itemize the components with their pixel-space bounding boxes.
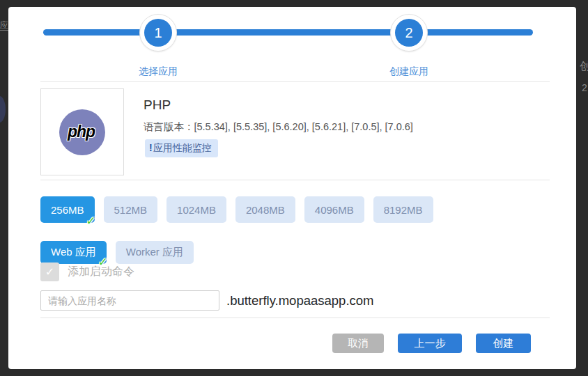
php-logo-icon: php (59, 109, 105, 155)
php-app-card: php (40, 88, 124, 175)
app-type-label: Worker 应用 (126, 246, 183, 258)
background-fragment-number: 2 (582, 82, 588, 94)
background-logo-fragment (0, 96, 6, 123)
check-icon: ✓ (86, 214, 95, 228)
app-name-input[interactable] (40, 290, 219, 311)
app-type-option-row: Web 应用 ✓ Worker 应用 (40, 241, 194, 264)
performance-monitor-badge[interactable]: !应用性能监控 (145, 139, 218, 157)
memory-option-8192mb[interactable]: 8192MB (373, 196, 433, 223)
memory-option-1024mb[interactable]: 1024MB (167, 196, 226, 223)
memory-option-512mb[interactable]: 512MB (104, 196, 158, 223)
divider (40, 81, 550, 82)
start-command-label: 添加启动命令 (68, 265, 134, 279)
dialog-footer: 取消 上一步 创建 (8, 334, 576, 353)
performance-monitor-label: 应用性能监控 (153, 142, 212, 153)
step-2-indicator[interactable]: 2 (390, 14, 428, 52)
app-type-web-button[interactable]: Web 应用 ✓ (40, 241, 107, 264)
divider (40, 180, 550, 180)
cancel-button[interactable]: 取消 (332, 334, 384, 353)
memory-option-4096mb[interactable]: 4096MB (304, 196, 364, 223)
app-title: PHP (144, 97, 171, 113)
stepper-progress-bar (43, 29, 533, 36)
previous-step-button[interactable]: 上一步 (398, 334, 462, 353)
step-1-indicator[interactable]: 1 (139, 14, 177, 52)
app-versions: 语言版本：[5.5.34], [5.5.35], [5.6.20], [5.6.… (144, 120, 413, 134)
memory-option-256mb[interactable]: 256MB ✓ (40, 196, 95, 223)
stepper: 1 2 选择应用 创建应用 (8, 7, 576, 81)
app-type-label: Web 应用 (51, 246, 96, 258)
domain-suffix: .butterfly.mopaasapp.com (226, 293, 374, 308)
step-1-number: 1 (144, 19, 172, 47)
background-fragment-text: 应 (0, 19, 8, 31)
memory-option-row: 256MB ✓ 512MB 1024MB 2048MB 4096MB 8192M… (40, 196, 433, 223)
memory-option-label: 256MB (51, 204, 84, 216)
start-command-checkbox[interactable]: ✓ (40, 263, 59, 281)
memory-option-label: 1024MB (177, 204, 216, 216)
memory-option-label: 4096MB (315, 204, 354, 216)
step-1-label: 选择应用 (130, 65, 186, 78)
background-fragment-char: 创 (580, 60, 588, 72)
step-2-label: 创建应用 (381, 65, 437, 78)
create-button[interactable]: 创建 (476, 334, 531, 353)
memory-option-label: 512MB (114, 204, 148, 216)
app-type-worker-button[interactable]: Worker 应用 (116, 241, 194, 264)
php-logo-text: php (68, 123, 97, 141)
start-command-row: ✓ 添加启动命令 (40, 263, 134, 281)
app-name-row: .butterfly.mopaasapp.com (40, 290, 374, 311)
memory-option-2048mb[interactable]: 2048MB (235, 196, 295, 223)
exclamation-icon: ! (149, 142, 153, 153)
memory-option-label: 8192MB (384, 204, 423, 216)
divider (40, 318, 550, 318)
step-2-number: 2 (395, 19, 423, 47)
memory-option-label: 2048MB (246, 204, 285, 216)
create-app-dialog: 1 2 选择应用 创建应用 php PHP 语言版本：[5.5.34], [5.… (8, 7, 576, 369)
